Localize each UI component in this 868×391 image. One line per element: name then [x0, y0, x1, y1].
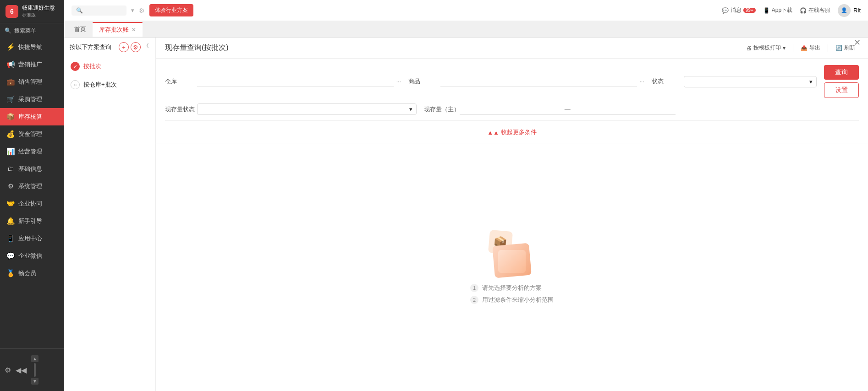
export-button[interactable]: 📤 导出 — [797, 42, 824, 54]
dropdown-icon[interactable]: ▾ — [131, 7, 134, 14]
sidebar-item-member[interactable]: 🏅 畅会员 — [0, 265, 64, 282]
messages-button[interactable]: 💬 消息 99+ — [722, 6, 756, 14]
scheme-label-warehouse-batch: 按仓库+批次 — [83, 81, 117, 89]
print-button[interactable]: 🖨 按模板打印 ▾ — [742, 42, 789, 54]
apps-icon: 📱 — [6, 234, 15, 243]
scheme-item-warehouse-batch[interactable]: ○ 按仓库+批次 — [64, 76, 155, 94]
sidebar-item-quick-nav[interactable]: ⚡ 快捷导航 — [0, 38, 64, 56]
warehouse-filter: 仓库 ··· — [165, 76, 401, 87]
scheme-settings-button[interactable]: ⚙ — [131, 42, 141, 52]
collapse-label: 收起更多条件 — [501, 128, 537, 136]
empty-tip-1: 1 请先选择要分析的方案 — [470, 284, 554, 292]
tip-num-1: 1 — [470, 284, 478, 292]
sidebar-item-label: 库存核算 — [18, 113, 42, 121]
company-name: 畅康通好生意 — [22, 5, 55, 12]
message-icon: 💬 — [722, 7, 729, 14]
action-buttons: 查询 设置 — [824, 65, 859, 98]
sidebar-item-wechat[interactable]: 💬 企业微信 — [0, 247, 64, 265]
inventory-icon: 📦 — [6, 113, 15, 121]
collapse-sidebar-icon[interactable]: ◀◀ — [16, 366, 27, 375]
right-content: 现存量查询(按批次) 🖨 按模板打印 ▾ 📤 导出 🔄 — [156, 38, 868, 391]
sidebar-item-guide[interactable]: 🔔 新手引导 — [0, 212, 64, 230]
warehouse-label: 仓库 — [165, 77, 197, 86]
sidebar-item-label: 新手引导 — [18, 217, 42, 225]
sidebar-item-marketing[interactable]: 📢 营销推广 — [0, 56, 64, 73]
print-label: 按模板打印 — [753, 44, 781, 52]
scrollbar-track — [34, 363, 36, 377]
empty-illustration: 📦 — [484, 231, 539, 277]
tab-home[interactable]: 首页 — [68, 22, 93, 36]
sidebar-item-enterprise[interactable]: 🤝 企业协同 — [0, 195, 64, 212]
amount-from-input[interactable] — [460, 106, 562, 113]
panel-close-button[interactable]: ✕ — [854, 38, 861, 48]
sidebar-item-label: 采购管理 — [18, 95, 42, 103]
user-menu[interactable]: 👤 Rit — [838, 4, 861, 17]
finance-icon: 💰 — [6, 130, 15, 138]
sidebar-item-sales[interactable]: 💼 销售管理 — [0, 73, 64, 91]
topbar-search[interactable]: 🔍 — [71, 5, 126, 16]
settings-button[interactable]: 设置 — [824, 82, 859, 98]
tab-inventory-batch[interactable]: 库存批次账 ✕ — [93, 22, 143, 37]
scroll-down-btn[interactable]: ▼ — [31, 378, 38, 385]
sidebar-item-label: 系统管理 — [18, 182, 42, 190]
warehouse-more-btn[interactable]: ··· — [396, 78, 401, 85]
left-panel-actions: + ⚙ 《 — [119, 42, 150, 52]
product-label: 商品 — [408, 77, 440, 86]
trial-button[interactable]: 体验行业方案 — [149, 4, 193, 16]
warehouse-input[interactable] — [197, 76, 394, 87]
status-select[interactable]: ▾ — [684, 76, 817, 87]
phone-icon: 📱 — [763, 7, 770, 14]
left-panel-header: 按以下方案查询 + ⚙ 《 — [64, 38, 155, 57]
inventory-amount-label: 现存量（主） — [424, 105, 460, 114]
empty-tips: 1 请先选择要分析的方案 2 用过滤条件来缩小分析范围 — [470, 284, 554, 304]
inventory-status-select[interactable]: ▾ — [197, 103, 417, 115]
purchase-icon: 🛒 — [6, 95, 15, 103]
empty-box-inner — [498, 250, 526, 273]
wechat-icon: 💬 — [6, 252, 15, 260]
settings-icon[interactable]: ⚙ — [5, 366, 11, 375]
avatar-placeholder: 👤 — [841, 7, 847, 13]
collapse-icon[interactable]: 《 — [143, 42, 150, 52]
sidebar-item-basic[interactable]: 🗂 基础信息 — [0, 160, 64, 178]
online-service-button[interactable]: 🎧 在线客服 — [800, 6, 830, 14]
sidebar-item-system[interactable]: ⚙ 系统管理 — [0, 178, 64, 195]
sidebar-search[interactable]: 🔍 搜索菜单 — [0, 23, 64, 38]
sidebar-item-label: 销售管理 — [18, 78, 42, 86]
marketing-icon: 📢 — [6, 60, 15, 69]
sidebar-item-label: 畅会员 — [18, 269, 36, 277]
filter-area: 仓库 ··· 商品 ··· 状态 ▾ — [156, 59, 868, 143]
scroll-up-btn[interactable]: ▲ — [31, 355, 38, 362]
gear-icon[interactable]: ⚙ — [139, 7, 145, 14]
sidebar-item-finance[interactable]: 💰 资金管理 — [0, 125, 64, 143]
query-button[interactable]: 查询 — [824, 65, 859, 80]
app-download-button[interactable]: 📱 App下载 — [763, 6, 792, 14]
operations-icon: 📊 — [6, 147, 15, 156]
sidebar-item-apps[interactable]: 📱 应用中心 — [0, 230, 64, 247]
main-area: 🔍 ▾ ⚙ 体验行业方案 💬 消息 99+ 📱 App下载 🎧 在线客服 👤 — [64, 0, 868, 391]
amount-to-input[interactable] — [573, 106, 676, 113]
inventory-status-label: 现存量状态 — [165, 105, 197, 114]
inventory-amount-range: — — [460, 104, 676, 115]
chevron-up-icon: ▲▲ — [487, 129, 499, 136]
empty-state: 📦 1 请先选择要分析的方案 2 用过滤条件来缩小分析范围 — [156, 143, 868, 391]
tabbar: 首页 库存批次账 ✕ ✕ — [64, 21, 868, 38]
user-name: Rit — [853, 7, 861, 14]
divider2 — [828, 44, 828, 52]
collapse-filters-button[interactable]: ▲▲ 收起更多条件 — [487, 128, 537, 136]
page-title: 现存量查询(按批次) — [165, 43, 229, 53]
sidebar-item-purchase[interactable]: 🛒 采购管理 — [0, 91, 64, 108]
tab-inventory-batch-label: 库存批次账 — [99, 26, 129, 34]
sidebar-item-operations[interactable]: 📊 经营管理 — [0, 143, 64, 160]
add-scheme-button[interactable]: + — [119, 42, 129, 52]
sidebar-item-inventory[interactable]: 📦 库存核算 — [0, 108, 64, 125]
sidebar-item-label: 基础信息 — [18, 165, 42, 173]
search-icon: 🔍 — [76, 7, 83, 14]
scheme-item-batch[interactable]: ✓ 按批次 — [64, 57, 155, 76]
tab-close-icon[interactable]: ✕ — [132, 27, 136, 33]
status-label: 状态 — [652, 77, 684, 86]
product-input[interactable] — [440, 76, 637, 87]
tip-text-1: 请先选择要分析的方案 — [482, 284, 542, 292]
tip-text-2: 用过滤条件来缩小分析范围 — [482, 296, 554, 304]
product-more-btn[interactable]: ··· — [640, 78, 644, 85]
filter-row-2: 现存量状态 ▾ 现存量（主） — — [165, 103, 859, 115]
